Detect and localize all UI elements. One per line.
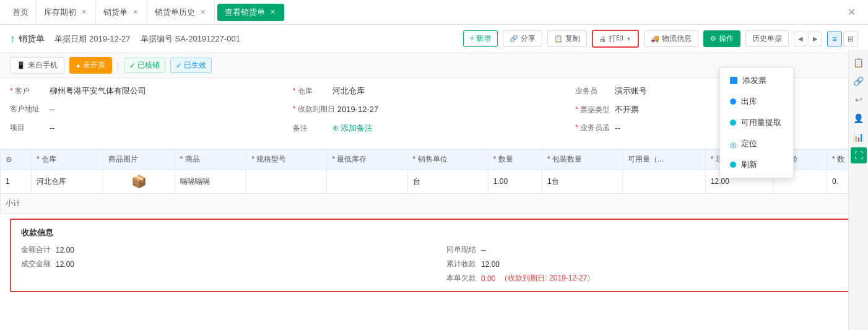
refresh-icon <box>730 162 736 168</box>
col-product: * 商品 <box>175 150 246 170</box>
address-label: 客户地址 <box>10 104 47 115</box>
right-icon-chart[interactable]: 📊 <box>851 129 867 145</box>
copy-label: 复制 <box>565 33 580 44</box>
same-order-label: 同单现结 <box>446 245 476 255</box>
add-note-btn[interactable]: ⊕ 添加备注 <box>332 123 373 134</box>
not-open-button[interactable]: ● 未开票 <box>69 57 112 74</box>
col-warehouse: * 仓库 <box>31 150 103 170</box>
next-button[interactable]: ▶ <box>809 32 822 46</box>
effect-label: 已生效 <box>184 60 206 71</box>
col-min-stock: * 最低库存 <box>327 150 407 170</box>
tab-home[interactable]: 首页 <box>5 0 37 24</box>
salesperson-field: 业务员 演示账号 <box>575 85 858 97</box>
same-order-item: 同单现结 -- <box>446 245 847 255</box>
col-qty: * 数量 <box>488 150 542 170</box>
logistics-label: 物流信息 <box>662 33 692 44</box>
payment-title: 收款信息 <box>21 227 847 238</box>
prev-button[interactable]: ◀ <box>794 32 807 46</box>
nav-arrows: ◀ ▶ <box>794 32 822 46</box>
doc-number-value: SA-20191227-001 <box>175 34 241 43</box>
due-label: 本单欠款 <box>446 273 476 284</box>
tab-inventory-close[interactable]: ✕ <box>80 7 88 17</box>
tab-sales-order[interactable]: 销货单 ✕ <box>96 0 147 24</box>
payment-date-field: 收款到期日 2019-12-27 <box>293 104 576 115</box>
print-button[interactable]: 🖨 打印 ▼ <box>592 30 639 48</box>
right-icons-panel: 📋 🔗 ↩ 👤 📊 ⛶ <box>848 50 868 330</box>
note-label: 备注 <box>293 123 330 134</box>
add-label: + 新增 <box>470 33 491 44</box>
due-item: 本单欠款 0.00 （收款到期日: 2019-12-27） <box>446 273 847 284</box>
done-badge: ✓ 已核销 <box>124 58 165 73</box>
share-button[interactable]: 🔗 分享 <box>503 30 542 47</box>
warehouse-label: 仓库 <box>293 86 330 97</box>
ticket-type-field: 票据类型 不开票 <box>575 104 858 115</box>
right-icon-copy[interactable]: 📋 <box>851 54 867 71</box>
payment-grid: 金额合计 12.00 同单现结 -- 成交金额 12.00 累计收款 12.00… <box>21 245 847 284</box>
logistics-button[interactable]: 🚚 物流信息 <box>644 30 698 47</box>
row-pkg: 1台 <box>542 170 623 194</box>
add-button[interactable]: + 新增 <box>463 30 498 47</box>
grid-view-icon[interactable]: ⊞ <box>843 32 858 46</box>
warehouse-out-item[interactable]: 出库 <box>720 91 793 112</box>
project-field: 项目 -- <box>10 123 293 133</box>
row-qty: 1.00 <box>488 170 542 194</box>
tab-inventory-init[interactable]: 库存期初 ✕ <box>37 0 96 24</box>
warehouse-field: 仓库 河北仓库 <box>293 85 576 97</box>
payment-section: 收款信息 金额合计 12.00 同单现结 -- 成交金额 12.00 累计收款 … <box>10 219 858 292</box>
warehouse-out-icon <box>730 98 736 105</box>
right-icon-expand[interactable]: ⛶ <box>851 147 867 163</box>
not-open-label: 未开票 <box>83 60 105 71</box>
note-field: 备注 ⊕ 添加备注 <box>293 123 576 134</box>
right-icon-user[interactable]: 👤 <box>851 110 867 126</box>
cumulative-item: 累计收款 12.00 <box>446 259 847 269</box>
right-icon-link[interactable]: 🔗 <box>851 73 867 89</box>
project-label: 项目 <box>10 123 47 133</box>
available-qty-item[interactable]: 可用量提取 <box>720 112 793 133</box>
copy-button[interactable]: 📋 复制 <box>547 30 587 47</box>
toolbar: + 新增 🔗 分享 📋 复制 🖨 打印 ▼ 🚚 物流信息 ⚙ 操作 <box>463 30 858 48</box>
transaction-value: 12.00 <box>56 260 74 269</box>
tab-home-label: 首页 <box>12 7 28 18</box>
subtotal-row: 小计 <box>1 194 868 214</box>
locate-icon: ◎ <box>730 141 736 147</box>
tab-view-sales[interactable]: 查看销货单 ✕ <box>217 4 285 21</box>
tab-sales-history[interactable]: 销货单历史 ✕ <box>147 0 215 24</box>
operations-label: 操作 <box>719 33 734 44</box>
settings-icon[interactable]: ⚙ <box>6 155 12 164</box>
effect-badge: ✓ 已生效 <box>170 58 212 73</box>
row-image: 📦 <box>103 170 175 194</box>
ticket-type-value: 不开票 <box>615 104 639 115</box>
main-content: ↑ 销货单 单据日期 2019-12-27 单据编号 SA-20191227-0… <box>0 25 868 330</box>
col-unit: * 销售单位 <box>407 150 488 170</box>
tab-history-label: 销货单历史 <box>155 7 195 18</box>
list-view-icon[interactable]: ≡ <box>827 32 842 46</box>
right-icon-back[interactable]: ↩ <box>851 92 867 108</box>
row-seq: 1 <box>1 170 32 194</box>
doc-type-label: 销货单 <box>19 33 45 45</box>
locate-item[interactable]: ◎ 定位 <box>720 133 793 154</box>
doc-header: ↑ 销货单 单据日期 2019-12-27 单据编号 SA-20191227-0… <box>0 25 868 53</box>
tab-view-close[interactable]: ✕ <box>269 7 277 17</box>
tab-history-close[interactable]: ✕ <box>199 7 207 17</box>
warehouse-out-label: 出库 <box>741 96 757 107</box>
doc-number-label: 单据编号 <box>141 33 173 45</box>
done-label: 已核销 <box>137 60 160 71</box>
tab-sales-close[interactable]: ✕ <box>131 7 139 17</box>
cumulative-label: 累计收款 <box>446 259 476 269</box>
add-invoice-label: 添发票 <box>742 75 766 86</box>
history-button[interactable]: 历史单据 <box>745 30 789 47</box>
total-item: 金额合计 12.00 <box>21 245 422 255</box>
window-close[interactable]: ✕ <box>840 6 863 18</box>
refresh-label: 刷新 <box>741 159 757 170</box>
due-value: 0.00 <box>481 274 495 283</box>
tab-view-label: 查看销货单 <box>225 7 265 18</box>
history-label: 历史单据 <box>752 33 782 44</box>
total-value: 12.00 <box>56 246 74 254</box>
add-invoice-item[interactable]: 添发票 <box>720 70 793 91</box>
operations-button[interactable]: ⚙ 操作 <box>703 30 740 47</box>
row-available <box>623 170 706 194</box>
refresh-item[interactable]: 刷新 <box>720 154 793 175</box>
from-phone-button[interactable]: 📱 来自手机 <box>10 57 64 74</box>
from-phone-label: 来自手机 <box>28 60 58 71</box>
col-gear: ⚙ <box>1 150 32 170</box>
